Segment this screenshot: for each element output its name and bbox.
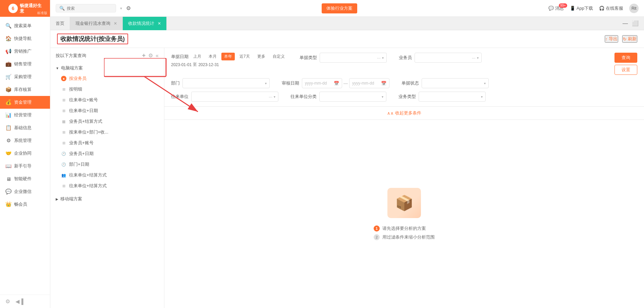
salesman-arrow: ▾ [477, 56, 479, 60]
voucher-status-select[interactable]: ▾ [422, 78, 489, 88]
shortcut-last-7-days[interactable]: 近7天 [237, 53, 253, 60]
footer-collapse-icon[interactable]: ◀▐ [15, 298, 23, 305]
sidebar-item-wechat[interactable]: 💬 企业微信 [0, 185, 50, 198]
online-service-button[interactable]: 🎧 在线客服 [599, 5, 623, 11]
sidebar-item-sales[interactable]: 💼 销售管理 [0, 58, 50, 70]
panel-item-by-salesman[interactable]: ● 按业务员 [50, 73, 164, 84]
panel-item-by-detail[interactable]: ⊞ 按明细 [50, 84, 164, 95]
topbar-search-icon: 🔍 [59, 6, 65, 11]
panel-item-partner-date[interactable]: ⊞ 往来单位+日期 [50, 105, 164, 116]
trial-button[interactable]: 体验行业方案 [322, 3, 357, 13]
panel-add-icon[interactable]: + [142, 52, 146, 59]
review-date-to-cal-icon: 📅 [381, 81, 386, 86]
shortcut-more[interactable]: 更多 [255, 53, 268, 60]
guide-icon: 📖 [5, 163, 11, 169]
review-date-sep: — [343, 81, 348, 86]
shortcut-this-year[interactable]: 本年 [221, 53, 235, 60]
topbar-search-box[interactable]: 🔍 [56, 4, 116, 12]
sidebar-item-purchase[interactable]: 🛒 采购管理 [0, 70, 50, 83]
service-label: 在线客服 [606, 5, 623, 11]
sidebar-item-system[interactable]: ⚙ 系统管理 [0, 134, 50, 147]
voucher-type-select[interactable]: ··· ▾ [320, 53, 387, 63]
sidebar-item-business[interactable]: 📊 经营管理 [0, 109, 50, 121]
panel-item-partner-date-label: 往来单位+日期 [69, 108, 98, 114]
panel-item-salesman-settle[interactable]: ▦ 业务员+结算方式 [50, 116, 164, 127]
shortcut-last-month[interactable]: 上月 [191, 53, 204, 60]
panel-item-partner-settle2[interactable]: ⊞ 往来单位+结算方式 [50, 181, 164, 191]
user-avatar[interactable]: Rit [629, 4, 639, 13]
detail-icon: ⊞ [61, 87, 66, 92]
empty-tip-1: 1 请先选择要分析的方案 [374, 225, 435, 232]
mobile-section-title[interactable]: ▶ 移动端方案 [50, 194, 164, 204]
sidebar-item-marketing[interactable]: 📢 营销推广 [0, 45, 50, 58]
sidebar-item-label-basic: 基础信息 [14, 125, 32, 131]
panel-item-salesman-account[interactable]: ⊞ 业务员+账号 [50, 138, 164, 148]
panel-settings-icon[interactable]: ⚙ [148, 52, 153, 59]
sidebar-item-label-wechat: 企业微信 [14, 189, 32, 195]
tab-bank-flow[interactable]: 现金银行流水查询 ✕ [70, 17, 123, 30]
collapse-bar[interactable]: ∧∧ 收起更多条件 [164, 106, 644, 119]
business-type-arrow: ▾ [481, 95, 483, 99]
tab-bank-flow-label: 现金银行流水查询 [75, 20, 110, 27]
sidebar-item-quicknav[interactable]: 🏠 快捷导航 [0, 32, 50, 45]
sidebar-item-basic[interactable]: 📋 基础信息 [0, 121, 50, 134]
tip-text-2: 用过滤条件来缩小分析范围 [382, 234, 435, 240]
dept-select[interactable]: ▾ [182, 78, 270, 88]
app-download-button[interactable]: 📱 App下载 [570, 5, 593, 11]
topbar-search-input[interactable] [67, 6, 107, 11]
review-date-label: 审核日期 [282, 80, 299, 86]
tab-minimize-icon[interactable]: — [623, 20, 628, 27]
panel-item-dept-date[interactable]: 🕐 部门+日期 [50, 159, 164, 170]
salesman-select[interactable]: ··· ▾ [415, 53, 482, 63]
date-range: 2023-01-01 至 2023-12-31 [171, 62, 287, 67]
salesman-date-icon: 🕐 [61, 151, 66, 156]
app-label: App下载 [577, 5, 593, 11]
sidebar-item-guide[interactable]: 📖 新手引导 [0, 160, 50, 172]
review-date-from[interactable]: yyyy-mm-dd 📅 [302, 78, 342, 88]
settings-button[interactable]: 设置 [614, 65, 637, 75]
tab-receipt-stats-close-icon[interactable]: ✕ [158, 21, 161, 26]
partner-category-select[interactable]: ▾ [319, 92, 386, 102]
sidebar-item-search[interactable]: 🔍 搜索菜单 [0, 19, 50, 32]
shortcut-this-month[interactable]: 本月 [206, 53, 219, 60]
shortcut-custom[interactable]: 自定义 [270, 53, 287, 60]
voucher-status-arrow: ▾ [484, 82, 486, 85]
sidebar-item-member[interactable]: 👑 畅会员 [0, 198, 50, 211]
panel-collapse-icon[interactable]: « [156, 53, 159, 59]
business-type-select[interactable]: ▾ [419, 92, 486, 102]
salesman-label: 业务员 [399, 55, 412, 61]
panel-item-partner-settle1[interactable]: 👥 往来单位+结算方式 [50, 170, 164, 181]
panel-item-partner-account[interactable]: ⊞ 往来单位+账号 [50, 95, 164, 105]
message-button[interactable]: 💬 消息 99+ [548, 5, 564, 11]
finance-icon: 💰 [5, 99, 11, 105]
app-icon: 📱 [570, 6, 575, 11]
topbar-gear-icon[interactable]: ⚙ [126, 5, 131, 11]
refresh-button[interactable]: ↻ 刷新 [622, 35, 637, 43]
partner-settle1-icon: 👥 [61, 172, 66, 178]
partner-category-arrow: ▾ [382, 95, 383, 99]
sidebar-item-enterprise[interactable]: 🤝 企业协同 [0, 147, 50, 160]
topbar-dropdown-text: ▾ [120, 6, 122, 11]
sidebar-item-inventory[interactable]: 📦 库存核算 [0, 83, 50, 96]
tab-receipt-stats[interactable]: 收款情况统计 ✕ [123, 17, 167, 30]
date-to: 2023-12-31 [198, 62, 219, 67]
tab-maximize-icon[interactable]: ⬜ [632, 20, 639, 27]
tab-bank-flow-close-icon[interactable]: ✕ [114, 21, 117, 26]
sidebar-item-label-sales: 销售管理 [14, 61, 32, 67]
sidebar-item-label-business: 经营管理 [14, 112, 32, 118]
panel-item-salesman-date[interactable]: 🕐 业务员+日期 [50, 148, 164, 159]
panel-item-partner-account-label: 往来单位+账号 [69, 97, 98, 103]
sidebar-item-finance[interactable]: 💰 资金管理 [0, 96, 50, 109]
sidebar-item-hardware[interactable]: 🖥 智能硬件 [0, 172, 50, 185]
tab-home[interactable]: 首页 [50, 17, 70, 30]
review-date-to[interactable]: yyyy-mm-dd 📅 [349, 78, 389, 88]
footer-settings-icon[interactable]: ⚙ [5, 298, 10, 305]
export-button[interactable]: ↑ 导出 [605, 35, 619, 43]
topbar-dropdown[interactable]: ▾ [120, 6, 122, 11]
partner-select[interactable]: ··· ▾ [191, 92, 278, 102]
panel-item-partner-dept[interactable]: ⊞ 按来单位+部门+收... [50, 127, 164, 138]
query-button[interactable]: 查询 [614, 53, 637, 63]
pc-section-title[interactable]: ▼ 电脑端方案 [50, 63, 164, 73]
salesman-account-icon: ⊞ [61, 140, 66, 146]
message-badge: 99+ [559, 3, 567, 8]
